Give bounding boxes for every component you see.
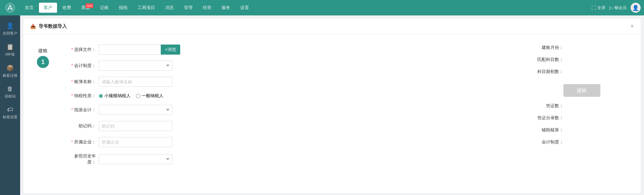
nav-manage[interactable]: 管理 [179, 3, 197, 13]
build-account-button[interactable]: 建账 [563, 84, 600, 97]
tax-small-option[interactable]: 小规模纳税人 [99, 93, 131, 99]
nav-invoices[interactable]: 票据 new [77, 3, 95, 13]
step-label: 建账 [38, 48, 48, 54]
panel-header: 📥 导爷数据导入 [23, 19, 641, 35]
aux-accounting-row: 辅助核算： [533, 127, 627, 133]
main-content: 📥 导爷数据导入 × 建账 1 [20, 15, 644, 195]
fullscreen-label: 全屏 [597, 5, 605, 11]
voucher-count-row: 凭证数： [533, 103, 627, 109]
nav-accounts[interactable]: 记账 [95, 3, 113, 13]
aux-accounting-label: 辅助核算： [533, 127, 563, 133]
account-system-row: 会计制度： [66, 61, 520, 71]
fullscreen-button[interactable]: ⛶ 全屏 [591, 5, 605, 11]
ledger-name-row: 账簿名称： [66, 77, 520, 87]
sidebar-item-tag-settings[interactable]: 🏷 标签设置 [0, 103, 20, 123]
sidebar-item-all-clients[interactable]: 👤 全部客户 [0, 19, 20, 39]
tax-type-label: 纳税性质： [66, 93, 96, 99]
nav-fees[interactable]: 收费 [58, 3, 76, 13]
top-navigation: 首页 客户 收费 票据 new 记账 报税 工商项目 消息 管理 经营 服务 设… [0, 0, 644, 15]
recycle-icon: 🗑 [7, 85, 13, 92]
sidebar-item-recycle-label: 回收站 [5, 94, 16, 99]
company-label: 所属企业： [66, 139, 96, 145]
tax-general-option[interactable]: 一般纳税人 [136, 93, 163, 99]
file-input[interactable] [99, 45, 161, 55]
file-select-row: 选择文件： +浏览 [66, 45, 520, 55]
subject-initial-label: 科目期初数： [533, 69, 563, 75]
sidebar-item-declaration-label: 0申报 [5, 52, 15, 57]
match-subjects-label: 匹配科目数： [533, 57, 563, 63]
tag-settings-icon: 🏷 [7, 106, 13, 113]
import-icon: 📥 [30, 24, 36, 29]
sidebar-item-tag-settings-label: 标签设置 [3, 115, 17, 120]
account-system-label: 会计制度： [66, 63, 96, 69]
voucher-count-label: 凭证数： [533, 103, 563, 109]
subject-initial-row: 科目期初数： [533, 69, 627, 75]
assign-accountant-label: 指派会计： [66, 107, 96, 113]
nav-right-area: ⛶ 全屏 ▷ 畅会员 👤 [591, 3, 641, 13]
account-system-select[interactable] [99, 61, 172, 71]
sidebar-item-recycle[interactable]: 🗑 回收站 [0, 82, 20, 102]
memo-label: 助记码： [66, 123, 96, 129]
voucher-entries-label: 凭证分录数： [533, 115, 563, 121]
tax-small-radio[interactable] [99, 94, 103, 98]
memo-input[interactable] [99, 121, 172, 131]
panel-title: 导爷数据导入 [39, 23, 67, 29]
tax-general-label: 一般纳税人 [142, 93, 163, 99]
user-avatar[interactable]: 👤 [631, 3, 641, 13]
migrate-icon: 📦 [6, 64, 14, 72]
step-section: 建账 1 [37, 45, 49, 171]
nav-home[interactable]: 首页 [20, 3, 38, 13]
nav-clients[interactable]: 客户 [39, 3, 57, 13]
fullscreen-icon: ⛶ [591, 5, 596, 10]
build-month-label: 建账月份： [533, 45, 563, 51]
nav-messages[interactable]: 消息 [160, 3, 179, 13]
file-select-label: 选择文件： [66, 47, 96, 53]
left-form: 选择文件： +浏览 会计制度： [66, 45, 520, 171]
vip-label: 畅会员 [614, 5, 627, 11]
nav-tax[interactable]: 报税 [114, 3, 132, 13]
right-info: 建账月份： 匹配科目数： 科目期初数： 建账 [533, 45, 627, 171]
step-number: 1 [41, 59, 45, 66]
tax-small-label: 小规模纳税人 [104, 93, 131, 99]
new-badge: new [86, 3, 93, 8]
nav-services[interactable]: 服务 [217, 3, 235, 13]
sidebar: 👤 全部客户 📋 0申报 📦 账套迁移 🗑 回收站 🏷 标签设置 [0, 15, 20, 195]
browse-button[interactable]: +浏览 [161, 45, 180, 55]
company-input[interactable] [99, 137, 172, 147]
tax-type-row: 纳税性质： 小规模纳税人 一般纳税人 [66, 93, 520, 99]
vip-button[interactable]: ▷ 畅会员 [609, 5, 627, 11]
build-month-row: 建账月份： [533, 45, 627, 51]
nav-operations[interactable]: 经营 [198, 3, 216, 13]
avatar-icon: 👤 [632, 5, 639, 11]
sidebar-item-migrate-label: 账套迁移 [3, 73, 17, 78]
sidebar-item-declaration[interactable]: 📋 0申报 [0, 40, 20, 60]
assign-accountant-row: 指派会计： [66, 105, 520, 115]
declaration-icon: 📋 [6, 43, 14, 51]
sidebar-item-all-clients-label: 全部客户 [3, 31, 17, 36]
nav-settings[interactable]: 设置 [236, 3, 254, 13]
sidebar-item-migrate[interactable]: 📦 账套迁移 [0, 61, 20, 81]
assign-accountant-select[interactable] [99, 105, 172, 115]
memo-row: 助记码： [66, 121, 520, 131]
import-panel: 📥 导爷数据导入 × 建账 1 [23, 19, 641, 193]
match-subjects-row: 匹配科目数： [533, 57, 627, 63]
info-account-system-row: 会计制度： [533, 139, 627, 145]
panel-close-button[interactable]: × [630, 23, 634, 30]
reference-year-row: 参照历史年度： [66, 153, 520, 165]
svg-point-0 [5, 3, 15, 12]
tax-general-radio[interactable] [136, 94, 140, 98]
step-circle: 1 [37, 56, 49, 68]
form-area: 建账 1 选择文件： +浏览 [23, 35, 641, 181]
build-btn-row: 建账 [533, 81, 627, 97]
voucher-entries-row: 凭证分录数： [533, 115, 627, 121]
nav-bizprojects[interactable]: 工商项目 [133, 3, 160, 13]
company-row: 所属企业： [66, 137, 520, 147]
reference-year-label: 参照历史年度： [66, 153, 96, 165]
ledger-name-input[interactable] [99, 77, 172, 87]
nav-menu: 首页 客户 收费 票据 new 记账 报税 工商项目 消息 管理 经营 服务 设… [20, 3, 591, 13]
all-clients-icon: 👤 [6, 22, 14, 29]
app-logo [3, 1, 17, 14]
main-layout: 👤 全部客户 📋 0申报 📦 账套迁移 🗑 回收站 🏷 标签设置 📥 导爷数据导… [0, 15, 644, 195]
vip-icon: ▷ [609, 5, 613, 10]
reference-year-select[interactable] [99, 154, 172, 164]
